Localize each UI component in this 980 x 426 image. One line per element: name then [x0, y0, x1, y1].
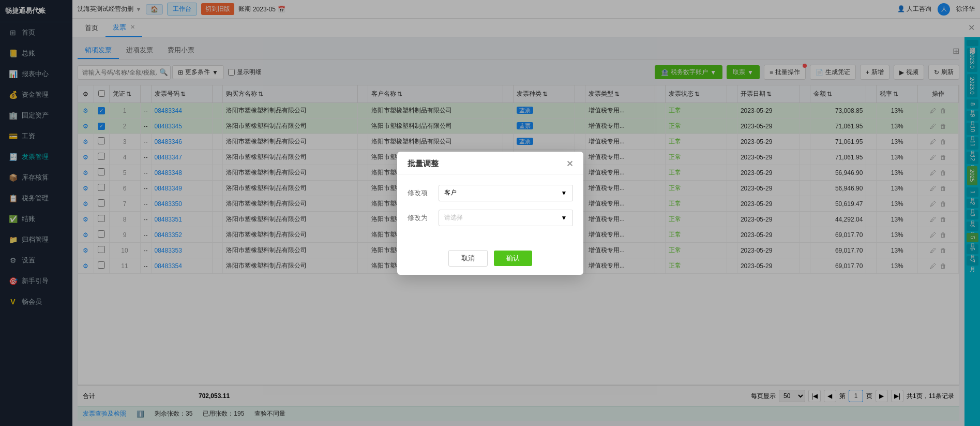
modal-field-label: 修改项: [408, 188, 439, 198]
modal-footer: 取消 确认: [397, 245, 583, 275]
modal-close-icon[interactable]: ✕: [566, 159, 573, 169]
value-select-placeholder: 请选择: [444, 213, 463, 222]
batch-adjust-modal: 批量调整 ✕ 修改项 客户 ▼ 修改为 请选择 ▼ 取消 确认: [397, 152, 583, 275]
modal-title: 批量调整: [408, 159, 439, 169]
modal-field-row: 修改项 客户 ▼: [408, 185, 573, 201]
modal-overlay[interactable]: 批量调整 ✕ 修改项 客户 ▼ 修改为 请选择 ▼ 取消 确认: [0, 0, 980, 426]
modal-value-label: 修改为: [408, 213, 439, 223]
field-select[interactable]: 客户 ▼: [439, 185, 573, 201]
field-select-value: 客户: [444, 188, 457, 197]
modal-header: 批量调整 ✕: [397, 152, 583, 174]
cancel-button[interactable]: 取消: [448, 250, 488, 267]
modal-value-row: 修改为 请选择 ▼: [408, 210, 573, 226]
value-select[interactable]: 请选择 ▼: [439, 210, 573, 226]
field-chevron-icon: ▼: [561, 189, 567, 197]
value-chevron-icon: ▼: [561, 214, 567, 222]
confirm-button[interactable]: 确认: [494, 251, 532, 266]
modal-body: 修改项 客户 ▼ 修改为 请选择 ▼: [397, 174, 583, 245]
